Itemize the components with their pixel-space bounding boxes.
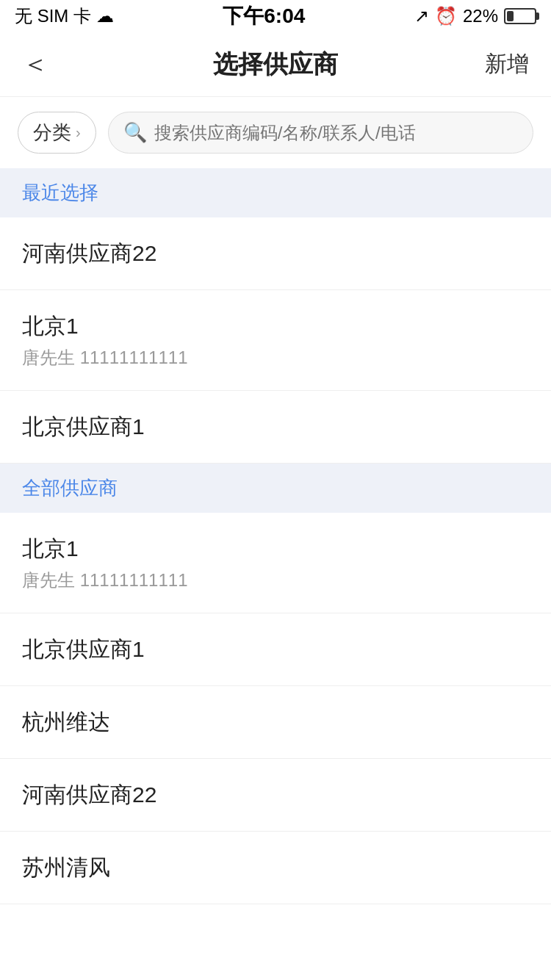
location-icon: ↗ — [414, 6, 429, 26]
nav-bar: ＜ 选择供应商 新增 — [0, 32, 551, 97]
list-item[interactable]: 苏州清风 — [0, 832, 551, 904]
status-right: ↗ ⏰ 22% — [414, 6, 536, 26]
list-item[interactable]: 河南供应商22 — [0, 759, 551, 832]
item-name: 北京1 — [22, 533, 529, 564]
list-item[interactable]: 北京供应商1 — [0, 613, 551, 686]
status-bar: 无 SIM 卡 ☁ 下午6:04 ↗ ⏰ 22% — [0, 0, 551, 32]
item-name: 北京供应商1 — [22, 411, 529, 442]
list-item[interactable]: 北京1唐先生 11111111111 — [0, 513, 551, 613]
item-name: 河南供应商22 — [22, 238, 529, 269]
all-section-label: 全部供应商 — [22, 477, 118, 499]
item-sub: 唐先生 11111111111 — [22, 346, 529, 370]
recent-list: 河南供应商22北京1唐先生 11111111111北京供应商1 — [0, 217, 551, 464]
item-sub: 唐先生 11111111111 — [22, 569, 529, 592]
search-icon: 🔍 — [123, 121, 147, 144]
back-button[interactable]: ＜ — [22, 46, 66, 82]
item-name: 河南供应商22 — [22, 779, 529, 810]
battery-percent: 22% — [463, 6, 498, 26]
list-item[interactable]: 河南供应商22 — [0, 217, 551, 290]
category-button[interactable]: 分类 › — [18, 112, 96, 154]
item-name: 北京1 — [22, 311, 529, 342]
all-list: 北京1唐先生 11111111111北京供应商1杭州维达河南供应商22苏州清风 — [0, 513, 551, 904]
search-box[interactable]: 🔍 — [108, 112, 533, 154]
battery-icon — [504, 8, 536, 24]
alarm-icon: ⏰ — [435, 6, 457, 26]
item-name: 苏州清风 — [22, 852, 529, 883]
item-name: 杭州维达 — [22, 707, 529, 738]
recent-section-header: 最近选择 — [0, 168, 551, 217]
page-title: 选择供应商 — [213, 48, 338, 82]
item-name: 北京供应商1 — [22, 634, 529, 665]
status-time: 下午6:04 — [223, 2, 305, 30]
search-input[interactable] — [154, 123, 518, 143]
chevron-right-icon: › — [76, 124, 81, 141]
add-button[interactable]: 新增 — [485, 49, 529, 79]
no-sim-label: 无 SIM 卡 ☁ — [15, 4, 114, 28]
recent-section-label: 最近选择 — [22, 181, 98, 203]
status-left: 无 SIM 卡 ☁ — [15, 4, 114, 28]
list-item[interactable]: 杭州维达 — [0, 686, 551, 759]
list-item[interactable]: 北京供应商1 — [0, 391, 551, 464]
filter-bar: 分类 › 🔍 — [0, 97, 551, 168]
category-label: 分类 — [33, 120, 71, 145]
list-item[interactable]: 北京1唐先生 11111111111 — [0, 290, 551, 391]
all-section-header: 全部供应商 — [0, 464, 551, 513]
